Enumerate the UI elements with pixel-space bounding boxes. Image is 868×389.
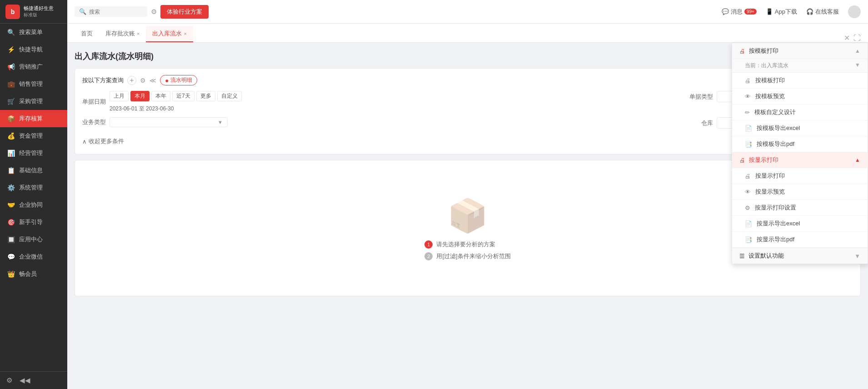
app-download-label: App下载 xyxy=(775,8,797,16)
wechat-icon: 💬 xyxy=(6,253,15,260)
print-template-section-title: 🖨 按模板打印 xyxy=(739,47,778,55)
sidebar-item-finance[interactable]: 💰 资金管理 xyxy=(0,127,67,145)
step-1-number: 1 xyxy=(424,240,433,249)
dp-preview-template-label: 按模板预览 xyxy=(755,92,785,100)
sidebar: b 畅捷通好生意 标准版 🔍 搜索菜单 ⚡ 快捷导航 📢 营销推广 💼 销售管理… xyxy=(0,0,67,389)
tab-inventory-batch-close[interactable]: × xyxy=(137,31,140,36)
sidebar-item-marketing[interactable]: 📢 营销推广 xyxy=(0,58,67,75)
message-badge: 99+ xyxy=(744,9,757,15)
empty-step-1: 1 请先选择要分析的方案 xyxy=(424,240,510,249)
dp-export-excel-template-item[interactable]: 📄 按模板导出excel xyxy=(732,120,868,136)
dp-export-excel-display-item[interactable]: 📄 按显示导出excel xyxy=(732,216,868,232)
date-btn-this-year[interactable]: 本年 xyxy=(151,91,170,101)
dp-print-template-item[interactable]: 🖨 按模板打印 xyxy=(732,73,868,89)
tab-home-label: 首页 xyxy=(81,30,93,38)
sidebar-item-guide-label: 新手引导 xyxy=(19,218,43,226)
filter-collapse-icon[interactable]: ≪ xyxy=(150,77,156,84)
printer-display-icon: 🖨 xyxy=(745,173,751,180)
dp-print-settings-display-item[interactable]: ⚙ 按显示打印设置 xyxy=(732,200,868,216)
sidebar-settings-icon[interactable]: ⚙ xyxy=(6,376,12,384)
dp-export-pdf-display-item[interactable]: 📑 按显示导出pdf xyxy=(732,232,868,248)
inventory-icon: 📦 xyxy=(6,115,15,122)
sidebar-item-basic[interactable]: 📋 基础信息 xyxy=(0,162,67,179)
settings-display-icon: ⚙ xyxy=(745,204,750,211)
business-type-select[interactable]: ▼ xyxy=(110,117,228,127)
date-btn-custom[interactable]: 自定义 xyxy=(217,91,242,101)
sidebar-bottom: ⚙ ◀◀ xyxy=(0,371,67,389)
tab-inventory-flow[interactable]: 出入库流水 × xyxy=(146,26,193,42)
industry-solution-button[interactable]: 体验行业方案 xyxy=(160,5,209,19)
sidebar-item-system[interactable]: ⚙️ 系统管理 xyxy=(0,179,67,196)
window-maximize-icon[interactable]: ⛶ xyxy=(853,34,861,42)
sidebar-item-purchase[interactable]: 🛒 采购管理 xyxy=(0,93,67,110)
filter-tag-label: 流水明细 xyxy=(170,76,192,84)
sidebar-item-inventory-label: 库存核算 xyxy=(19,115,43,123)
print-display-section-header[interactable]: 🖨 按显示打印 ▲ xyxy=(732,152,868,168)
sidebar-item-collab[interactable]: 🤝 企业协同 xyxy=(0,196,67,214)
tab-inventory-batch[interactable]: 库存批次账 × xyxy=(99,26,146,42)
business-type-arrow-icon: ▼ xyxy=(218,120,223,125)
sidebar-item-search[interactable]: 🔍 搜索菜单 xyxy=(0,24,67,41)
sidebar-item-appcenter[interactable]: 🔲 应用中心 xyxy=(0,231,67,248)
step-2-text: 用[过滤]条件来缩小分析范围 xyxy=(436,252,510,260)
system-icon: ⚙️ xyxy=(6,184,15,191)
dp-design-template-item[interactable]: ✏ 模板自定义设计 xyxy=(732,105,868,120)
empty-steps: 1 请先选择要分析的方案 2 用[过滤]条件来缩小分析范围 xyxy=(424,240,510,260)
set-default-section[interactable]: ☰ 设置默认功能 ▼ xyxy=(732,248,868,264)
date-btn-7days[interactable]: 近7天 xyxy=(172,91,195,101)
filter-active-tag[interactable]: ● 流水明细 xyxy=(160,75,197,85)
tab-inventory-batch-label: 库存批次账 xyxy=(105,30,135,38)
gear-icon[interactable]: ⚙ xyxy=(151,8,157,16)
phone-icon: 📱 xyxy=(766,8,773,15)
collapse-conditions-button[interactable]: ∧ 收起更多条件 xyxy=(82,137,124,145)
sidebar-item-vip[interactable]: 👑 畅会员 xyxy=(0,265,67,283)
dp-export-excel-template-label: 按模板导出excel xyxy=(757,124,800,132)
message-item[interactable]: 💬 消息 99+ xyxy=(722,8,757,16)
sidebar-item-guide[interactable]: 🎯 新手引导 xyxy=(0,214,67,231)
appcenter-icon: 🔲 xyxy=(6,236,15,243)
online-service-item[interactable]: 🎧 在线客服 xyxy=(806,8,839,16)
sidebar-collapse-icon[interactable]: ◀◀ xyxy=(20,376,30,384)
collab-icon: 🤝 xyxy=(6,201,15,209)
date-range-display: 2023-06-01 至 2023-06-30 xyxy=(110,105,242,113)
search-input[interactable] xyxy=(89,9,135,15)
tabbar: 首页 库存批次账 × 出入库流水 × ✕ ⛶ xyxy=(67,24,868,43)
date-filter-field: 单据日期 上月 本月 本年 近7天 更多 自定义 2023-06-01 至 20… xyxy=(82,91,242,113)
pdf-icon: 📑 xyxy=(745,141,752,148)
date-btn-this-month[interactable]: 本月 xyxy=(130,91,150,101)
message-label: 消息 xyxy=(731,8,743,16)
voucher-type-label: 单据类型 xyxy=(689,93,713,101)
sidebar-item-quicknav[interactable]: ⚡ 快捷导航 xyxy=(0,41,67,58)
user-avatar[interactable] xyxy=(848,5,861,18)
print-display-section-title: 🖨 按显示打印 xyxy=(739,156,778,164)
excel-icon: 📄 xyxy=(745,125,752,132)
online-service-label: 在线客服 xyxy=(815,8,839,16)
step-1-text: 请先选择要分析的方案 xyxy=(436,240,495,249)
dp-print-display-item[interactable]: 🖨 按显示打印 xyxy=(732,168,868,184)
print-template-section-header[interactable]: 🖨 按模板打印 ▲ xyxy=(732,43,868,59)
sidebar-item-basic-label: 基础信息 xyxy=(19,166,43,175)
filter-add-button[interactable]: + xyxy=(127,76,136,85)
window-close-icon[interactable]: ✕ xyxy=(844,34,850,42)
dp-preview-display-item[interactable]: 👁 按显示预览 xyxy=(732,184,868,200)
sales-icon: 💼 xyxy=(6,80,15,88)
topbar-search[interactable]: 🔍 xyxy=(75,6,147,17)
warehouse-label: 仓库 xyxy=(701,119,713,127)
date-btn-more[interactable]: 更多 xyxy=(196,91,215,101)
sidebar-item-wechat[interactable]: 💬 企业微信 xyxy=(0,248,67,265)
app-version: 标准版 xyxy=(24,12,54,18)
tab-home[interactable]: 首页 xyxy=(75,26,99,42)
date-btn-last-month[interactable]: 上月 xyxy=(110,91,129,101)
sidebar-item-inventory[interactable]: 📦 库存核算 xyxy=(0,110,67,127)
headphone-icon: 🎧 xyxy=(806,8,813,15)
sidebar-item-sales[interactable]: 💼 销售管理 xyxy=(0,75,67,93)
tab-inventory-flow-close[interactable]: × xyxy=(184,31,186,36)
dp-preview-template-item[interactable]: 👁 按模板预览 xyxy=(732,89,868,105)
app-download-item[interactable]: 📱 App下载 xyxy=(766,8,797,16)
dp-export-pdf-template-item[interactable]: 📑 按模板导出pdf xyxy=(732,136,868,152)
filter-settings-icon[interactable]: ⚙ xyxy=(140,77,146,84)
sidebar-item-sales-label: 销售管理 xyxy=(19,80,43,88)
sidebar-nav: 🔍 搜索菜单 ⚡ 快捷导航 📢 营销推广 💼 销售管理 🛒 采购管理 📦 库存核… xyxy=(0,24,67,371)
section1-arrow-icon: ▲ xyxy=(855,48,860,54)
sidebar-item-operation[interactable]: 📊 经营管理 xyxy=(0,145,67,162)
